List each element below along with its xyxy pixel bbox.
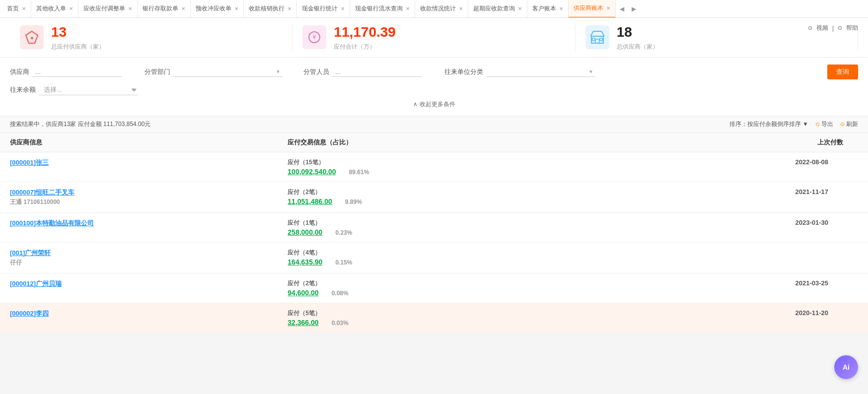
close-tab-prepay-ar[interactable]: ✕ [234,6,238,11]
result-bar: 搜索结果中，供应商13家 应付金额 111,703,854.00元 排序：按应付… [0,116,868,133]
trans-percent: 0.23% [335,229,352,236]
query-button[interactable]: 查询 [827,65,858,79]
supplier-name-link[interactable]: [000001]张三 [10,158,288,167]
table-row[interactable]: [000012]广州贝瑞 应付（2笔） 94,600.00 0.08% 2021… [0,273,868,303]
result-actions: 排序：按应付余额倒序排序 ▼ ⊙ 导出 ⊙ 刷新 [729,120,858,129]
refresh-button[interactable]: ⊙ 刷新 [840,120,858,129]
nav-tab-cash-stat[interactable]: 现金银行统计 ✕ [297,0,350,18]
top-navigation: 首页 ✕ 其他收入单 ✕ 应收应付调整单 ✕ 银行存取款单 ✕ 预收冲应收单 ✕… [0,0,868,18]
store-icon [585,25,609,49]
summary-item-payable-total: ¥ 11,170.39 应付合计（万） [292,24,575,51]
trans-percent: 89.61% [349,169,369,176]
nav-tab-customer-ledger[interactable]: 客户账本 ✕ [527,0,569,18]
close-tab-customer-ledger[interactable]: ✕ [559,6,563,11]
table-row[interactable]: [000002]李四 应付（5笔） 32,366.00 0.03% 2020-1… [0,303,868,333]
export-button[interactable]: ⊙ 导出 [815,120,833,129]
payable-supplier-label: 总应付供应商（家） [51,43,105,51]
category-filter-input[interactable] [486,67,595,77]
nav-tab-cash-flow[interactable]: 现金银行流水查询 ✕ [350,0,415,18]
trans-amount[interactable]: 11,051,486.00 [288,197,332,205]
last-pay-date: 2020-11-20 [658,309,843,317]
filter-category: 往来单位分类 ▼ [444,67,593,77]
payable-total-amount: 11,170.39 [334,24,396,41]
close-tab-collection-stat[interactable]: ✕ [459,6,463,11]
trans-amount[interactable]: 32,366.00 [288,319,318,327]
filter-dept: 分管部门 ▼ [145,67,281,77]
table-header: 供应商信息 应付交易信息（占比） 上次付数 [0,133,868,152]
filter-balance: 往来余额 选择... ▼ [10,84,136,95]
export-icon: ⊙ [815,121,820,128]
video-link[interactable]: 视频 [816,24,828,32]
circle-icon-2: ⊙ [838,25,842,31]
trans-label: 应付（15笔） [288,158,658,167]
sort-button[interactable]: 排序：按应付余额倒序排序 ▼ [729,120,808,129]
trans-amount[interactable]: 164,635.90 [288,258,322,266]
nav-tab-collection-verify[interactable]: 收款核销执行 ✕ [244,0,297,18]
trans-label: 应付（2笔） [288,279,658,288]
table-row[interactable]: [001]广州荣轩 仔仔 应付（4笔） 164,635.90 0.15% [0,243,868,273]
nav-tab-bank-deposit[interactable]: 银行存取款单 ✕ [138,0,191,18]
nav-arrow-left[interactable]: ◀ [616,0,628,18]
svg-text:◆: ◆ [30,35,34,40]
diamond-icon: ◆ [20,25,44,49]
table-row[interactable]: [000007]恒旺二手叉车 王通 17106110000 应付（2笔） 11,… [0,182,868,213]
nav-tab-overdue-ar[interactable]: 超期应收款查询 ✕ [468,0,527,18]
coin-icon: ¥ [302,25,326,49]
circle-icon: ⊙ [808,25,812,31]
trans-amount[interactable]: 94,600.00 [288,289,318,297]
close-tab-bank-deposit[interactable]: ✕ [181,6,185,11]
total-supplier-count: 18 [617,24,658,41]
dept-filter-label: 分管部门 [145,67,170,76]
summary-item-payable-suppliers: ◆ 13 总应付供应商（家） [10,24,292,51]
trans-amount[interactable]: 100,092,540.00 [288,168,336,176]
close-tab-cash-stat[interactable]: ✕ [341,6,345,11]
table-body: [000001]张三 应付（15笔） 100,092,540.00 89.61%… [0,152,868,333]
table-row[interactable]: [000001]张三 应付（15笔） 100,092,540.00 89.61%… [0,152,868,182]
nav-tab-other-income[interactable]: 其他收入单 ✕ [31,0,78,18]
last-pay-date: 2023-01-30 [658,219,843,226]
close-tab-ar-ap-adjust[interactable]: ✕ [128,6,132,11]
trans-amount[interactable]: 258,000.00 [288,228,322,236]
nav-tab-home[interactable]: 首页 ✕ [2,0,31,18]
collapse-button[interactable]: ∧ 收起更多条件 [10,100,858,109]
table-row[interactable]: [000100]本特勤油品有限公司 应付（1笔） 258,000.00 0.23… [0,213,868,243]
top-right-links: ⊙ 视频 | ⊙ 帮助 [808,24,858,32]
close-tab-home[interactable]: ✕ [22,6,26,11]
chevron-up-icon: ∧ [413,101,418,108]
header-last-payment: 上次付数 [658,138,858,147]
person-filter-input[interactable] [332,67,422,77]
total-supplier-label: 总供应商（家） [617,43,658,51]
trans-percent: 9.89% [345,198,362,205]
last-pay-date: 2022-08-08 [658,158,843,166]
result-summary-text: 搜索结果中，供应商13家 应付金额 111,703,854.00元 [10,120,150,129]
nav-arrow-right[interactable]: ▶ [628,0,640,18]
export-label: 导出 [821,120,833,129]
supplier-name-link[interactable]: [001]广州荣轩 [10,249,288,258]
last-pay-date: 2021-11-17 [658,188,843,196]
sort-icon: ▼ [802,121,808,128]
nav-tab-ar-ap-adjust[interactable]: 应收应付调整单 ✕ [78,0,138,18]
supplier-name-link[interactable]: [000012]广州贝瑞 [10,279,288,288]
nav-tab-prepay-ar[interactable]: 预收冲应收单 ✕ [191,0,244,18]
balance-filter-label: 往来余额 [10,85,36,94]
payable-total-label: 应付合计（万） [334,43,396,51]
nav-tab-collection-stat[interactable]: 收款情况统计 ✕ [415,0,468,18]
svg-rect-4 [591,36,603,43]
close-tab-other-income[interactable]: ✕ [69,6,73,11]
supplier-filter-input[interactable] [32,67,122,77]
supplier-filter-label: 供应商 [10,67,29,76]
balance-filter-select[interactable]: 选择... [39,84,138,95]
close-tab-overdue-ar[interactable]: ✕ [518,6,522,11]
dept-filter-input[interactable] [173,67,283,77]
help-link[interactable]: 帮助 [846,24,858,32]
supplier-name-link[interactable]: [000002]李四 [10,309,288,318]
last-pay-date: 2021-03-25 [658,279,843,287]
svg-rect-6 [592,38,595,41]
supplier-name-link[interactable]: [000100]本特勤油品有限公司 [10,219,288,228]
trans-label: 应付（1笔） [288,219,658,227]
supplier-name-link[interactable]: [000007]恒旺二手叉车 [10,188,288,197]
nav-tab-supplier-ledger[interactable]: 供应商账本 ✕ [569,0,616,18]
close-tab-collection-verify[interactable]: ✕ [288,6,291,11]
close-tab-supplier-ledger[interactable]: ✕ [606,5,610,11]
close-tab-cash-flow[interactable]: ✕ [406,6,410,11]
